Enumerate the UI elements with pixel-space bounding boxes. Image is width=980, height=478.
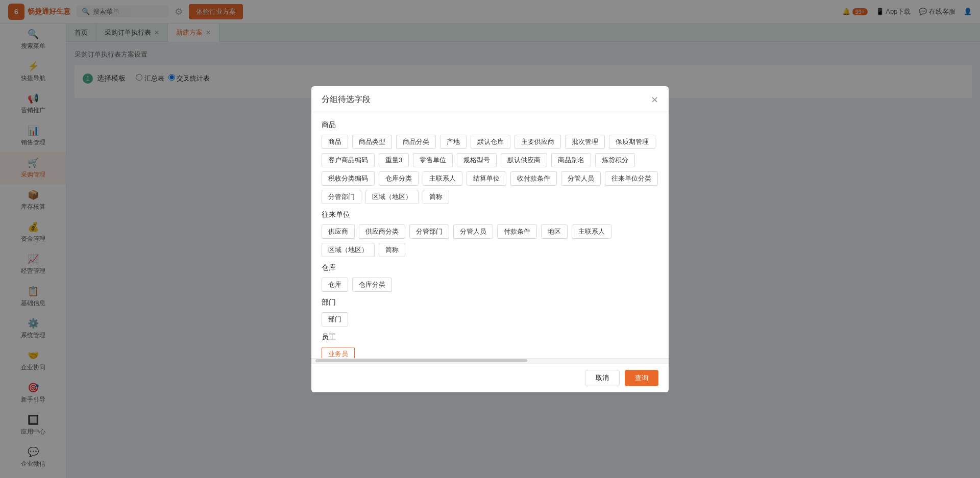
modal-overlay: 分组待选字段 ✕ 商品 商品 商品类型 商品分类 产地 默认仓库 主要供应商 批… bbox=[0, 0, 980, 112]
modal-close-btn[interactable]: ✕ bbox=[651, 94, 658, 106]
modal: 分组待选字段 ✕ 商品 商品 商品类型 商品分类 产地 默认仓库 主要供应商 批… bbox=[311, 86, 669, 113]
modal-title: 分组待选字段 bbox=[322, 94, 371, 105]
modal-header: 分组待选字段 ✕ bbox=[311, 86, 669, 112]
modal-body: 商品 商品 商品类型 商品分类 产地 默认仓库 主要供应商 批次管理 保质期管理… bbox=[311, 112, 669, 113]
